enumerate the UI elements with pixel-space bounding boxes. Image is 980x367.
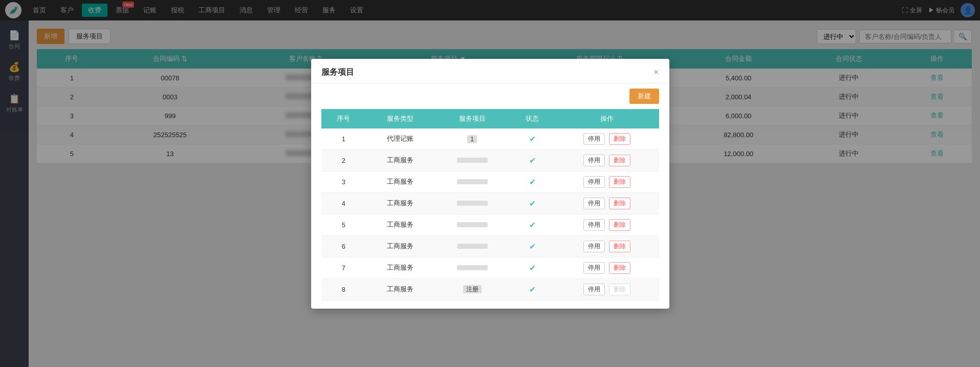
cell-status: ✔: [510, 214, 555, 235]
cell-status: ✔: [510, 128, 555, 150]
stop-button[interactable]: 停用: [583, 176, 605, 188]
cell-item: [434, 171, 510, 192]
list-item: 2 工商服务 ✔ 停用 删除: [321, 149, 659, 171]
status-check-icon: ✔: [529, 242, 536, 251]
cell-operations: 停用 删除: [555, 278, 659, 300]
modal-new-button[interactable]: 新建: [629, 89, 659, 104]
modal-col-status: 状态: [510, 109, 555, 128]
modal-overlay[interactable]: 服务项目 × 新建 序号 服务类型 服务项目 状态 操作 1: [0, 0, 980, 367]
service-table: 序号 服务类型 服务项目 状态 操作 1 代理记账 1 ✔ 停用 删除 2 工商…: [321, 109, 659, 300]
cell-type: 工商服务: [366, 171, 434, 192]
cell-operations: 停用 删除: [555, 128, 659, 150]
stop-button[interactable]: 停用: [583, 155, 605, 166]
delete-button[interactable]: 删除: [609, 176, 630, 188]
cell-id: 5: [321, 214, 366, 235]
cell-status: ✔: [510, 278, 555, 300]
cell-type: 工商服务: [366, 214, 434, 235]
cell-id: 6: [321, 235, 366, 257]
stop-button[interactable]: 停用: [583, 133, 605, 145]
cell-id: 4: [321, 192, 366, 214]
cell-item: [434, 214, 510, 235]
status-check-icon: ✔: [529, 178, 536, 186]
cell-operations: 停用 删除: [555, 192, 659, 214]
delete-button[interactable]: 删除: [609, 155, 630, 166]
modal-header: 服务项目 ×: [311, 59, 669, 83]
cell-item: [434, 192, 510, 214]
modal-col-action: 操作: [555, 109, 659, 128]
cell-type: 工商服务: [366, 278, 434, 300]
modal-title: 服务项目: [321, 67, 354, 78]
cell-operations: 停用 删除: [555, 171, 659, 192]
cell-status: ✔: [510, 149, 555, 171]
status-check-icon: ✔: [529, 264, 536, 272]
service-items-modal: 服务项目 × 新建 序号 服务类型 服务项目 状态 操作 1: [311, 59, 669, 309]
cell-type: 代理记账: [366, 128, 434, 150]
modal-col-item: 服务项目: [434, 109, 510, 128]
delete-button[interactable]: 删除: [609, 241, 630, 252]
cell-type: 工商服务: [366, 149, 434, 171]
cell-id: 3: [321, 171, 366, 192]
cell-id: 2: [321, 149, 366, 171]
stop-button[interactable]: 停用: [583, 198, 605, 209]
cell-status: ✔: [510, 171, 555, 192]
cell-item: [434, 149, 510, 171]
delete-button[interactable]: 删除: [609, 262, 630, 274]
status-check-icon: ✔: [529, 135, 536, 143]
delete-button[interactable]: 删除: [609, 133, 630, 145]
list-item: 1 代理记账 1 ✔ 停用 删除: [321, 128, 659, 150]
modal-body: 序号 服务类型 服务项目 状态 操作 1 代理记账 1 ✔ 停用 删除 2 工商…: [311, 109, 669, 309]
list-item: 4 工商服务 ✔ 停用 删除: [321, 192, 659, 214]
list-item: 8 工商服务 注册 ✔ 停用 删除: [321, 278, 659, 300]
modal-toolbar: 新建: [311, 83, 669, 109]
cell-operations: 停用 删除: [555, 257, 659, 278]
cell-item: [434, 257, 510, 278]
list-item: 7 工商服务 ✔ 停用 删除: [321, 257, 659, 278]
cell-id: 7: [321, 257, 366, 278]
cell-item: 注册: [434, 278, 510, 300]
modal-col-index: 序号: [321, 109, 366, 128]
status-check-icon: ✔: [529, 285, 536, 294]
cell-status: ✔: [510, 257, 555, 278]
status-check-icon: ✔: [529, 199, 536, 208]
status-check-icon: ✔: [529, 221, 536, 229]
cell-id: 8: [321, 278, 366, 300]
stop-button[interactable]: 停用: [583, 219, 605, 231]
cell-status: ✔: [510, 235, 555, 257]
list-item: 5 工商服务 ✔ 停用 删除: [321, 214, 659, 235]
list-item: 6 工商服务 ✔ 停用 删除: [321, 235, 659, 257]
cell-operations: 停用 删除: [555, 235, 659, 257]
list-item: 3 工商服务 ✔ 停用 删除: [321, 171, 659, 192]
cell-item: [434, 235, 510, 257]
stop-button[interactable]: 停用: [583, 284, 605, 295]
cell-type: 工商服务: [366, 235, 434, 257]
stop-button[interactable]: 停用: [583, 262, 605, 274]
modal-col-type: 服务类型: [366, 109, 434, 128]
cell-operations: 停用 删除: [555, 149, 659, 171]
cell-type: 工商服务: [366, 192, 434, 214]
cell-type: 工商服务: [366, 257, 434, 278]
delete-button[interactable]: 删除: [609, 284, 630, 295]
cell-status: ✔: [510, 192, 555, 214]
delete-button[interactable]: 删除: [609, 219, 630, 231]
cell-id: 1: [321, 128, 366, 150]
delete-button[interactable]: 删除: [609, 198, 630, 209]
cell-item: 1: [434, 128, 510, 150]
status-check-icon: ✔: [529, 156, 536, 165]
cell-operations: 停用 删除: [555, 214, 659, 235]
stop-button[interactable]: 停用: [583, 241, 605, 252]
modal-close-button[interactable]: ×: [654, 68, 659, 77]
